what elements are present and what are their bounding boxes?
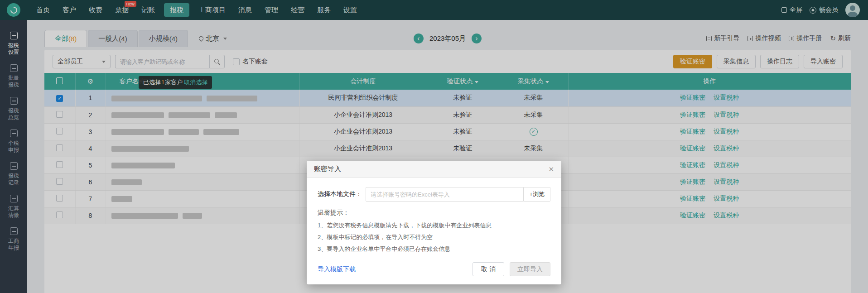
file-label: 选择本地文件：	[318, 190, 362, 198]
modal-body: 选择本地文件： +浏览 温馨提示： 1、若您没有税务信息模版请先下载，下载的模版…	[307, 178, 561, 284]
modal-header: 账密导入 ✕	[307, 161, 561, 178]
cancel-button[interactable]: 取 消	[473, 262, 504, 276]
confirm-import-button[interactable]: 立即导入	[510, 262, 550, 276]
tip-line: 1、若您没有税务信息模版请先下载，下载的模版中有企业列表信息	[318, 220, 550, 231]
tip-line: 2、模板中标记的必填项，在导入时不得为空	[318, 231, 550, 243]
modal-footer: 导入模版下载 取 消 立即导入	[318, 262, 550, 276]
tips-block: 温馨提示： 1、若您没有税务信息模版请先下载，下载的模版中有企业列表信息 2、模…	[318, 209, 550, 255]
tips-title: 温馨提示：	[318, 209, 550, 217]
file-path-input[interactable]	[366, 187, 524, 202]
tip-line: 3、要导入的企业名单中平台中必须已存在账套信息	[318, 243, 550, 255]
footer-buttons: 取 消 立即导入	[473, 262, 550, 276]
close-icon[interactable]: ✕	[548, 165, 554, 173]
import-password-modal: 账密导入 ✕ 选择本地文件： +浏览 温馨提示： 1、若您没有税务信息模版请先下…	[307, 161, 561, 284]
browse-button[interactable]: +浏览	[524, 187, 550, 202]
download-template-link[interactable]: 导入模版下载	[318, 265, 356, 274]
modal-title: 账密导入	[314, 165, 341, 173]
file-select-row: 选择本地文件： +浏览	[318, 187, 550, 202]
